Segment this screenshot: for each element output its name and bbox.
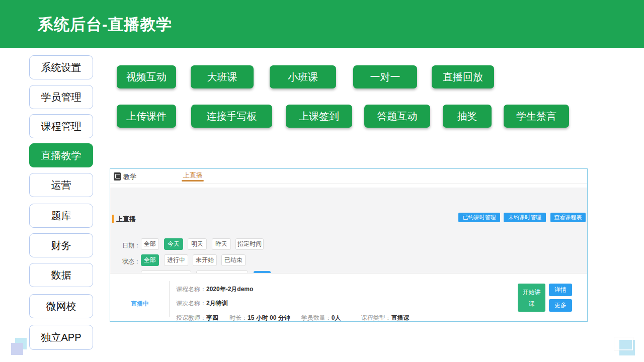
detail-button[interactable]: 详情 — [549, 284, 572, 296]
sidebar-item-data[interactable]: 数据 — [29, 263, 93, 287]
decor-square-lavender-left — [11, 343, 23, 355]
date-filter-label: 日期： — [110, 241, 140, 250]
course-list: 直播中 课程名称：2020年-2月demo 课次名称：2月特训 授课教师：李四时… — [110, 273, 587, 321]
sidebar-item-micro-school[interactable]: 微网校 — [29, 294, 93, 318]
tab-active-underline — [182, 180, 204, 182]
app-header: 系统后台-直播教学 — [0, 0, 644, 48]
status-option-all[interactable]: 全部 — [141, 254, 159, 266]
view-schedule-button[interactable]: 查看课程表 — [550, 213, 586, 222]
course-name-line: 课程名称：2020年-2月demo — [176, 285, 253, 294]
course-meta-line: 授课教师：李四时长：15 小时 00 分钟学员数量：0人课程类型：直播课 — [176, 314, 409, 322]
feature-upload-courseware-button[interactable]: 上传课件 — [117, 105, 176, 128]
feature-one-on-one-button[interactable]: 一对一 — [353, 65, 417, 88]
course-name-label: 课程名称： — [176, 286, 206, 293]
duration-label: 时长： — [229, 314, 248, 321]
date-option-tomorrow[interactable]: 明天 — [188, 238, 207, 250]
sidebar-item-question-bank[interactable]: 题库 — [29, 204, 93, 228]
feature-small-class-button[interactable]: 小班课 — [270, 65, 336, 88]
status-option-not-started[interactable]: 未开始 — [193, 254, 217, 266]
feature-connect-tablet-button[interactable]: 连接手写板 — [191, 105, 272, 128]
screen: 系统后台-直播教学 系统设置 学员管理 课程管理 直播教学 运营 题库 财务 数… — [0, 0, 644, 362]
sidebar-item-operations[interactable]: 运营 — [29, 173, 93, 197]
sidebar-item-system-settings[interactable]: 系统设置 — [29, 55, 93, 79]
students-value: 0人 — [332, 314, 341, 321]
sidebar-item-standalone-app[interactable]: 独立APP — [29, 325, 93, 350]
teaching-board-icon — [114, 172, 121, 180]
course-name-value: 2020年-2月demo — [206, 286, 253, 293]
feature-video-interaction-button[interactable]: 视频互动 — [117, 65, 176, 88]
course-type-value: 直播课 — [391, 314, 409, 321]
start-teaching-button[interactable]: 开始讲课 — [518, 284, 545, 312]
feature-lottery-button[interactable]: 抽奖 — [443, 105, 492, 128]
status-option-ended[interactable]: 已结束 — [221, 254, 246, 266]
lesson-name-value: 2月特训 — [206, 300, 228, 307]
panel-brand-label: 教学 — [123, 172, 136, 182]
date-option-custom-time[interactable]: 指定时间 — [235, 238, 264, 250]
section-accent-bar — [112, 215, 114, 223]
feature-large-class-button[interactable]: 大班课 — [191, 65, 254, 88]
date-option-today[interactable]: 今天 — [164, 238, 183, 250]
live-status-badge: 直播中 — [131, 300, 149, 308]
teacher-value: 李四 — [206, 314, 218, 321]
sidebar-item-live-teaching[interactable]: 直播教学 — [29, 143, 93, 167]
section-title: 上直播 — [116, 215, 136, 224]
course-type-label: 课程类型： — [361, 314, 391, 321]
students-label: 学员数量： — [301, 314, 332, 321]
feature-mute-students-button[interactable]: 学生禁言 — [504, 105, 569, 128]
booked-lessons-button[interactable]: 已约课时管理 — [458, 213, 500, 222]
more-button[interactable]: 更多 — [549, 299, 572, 312]
lesson-name-label: 课次名称： — [176, 300, 206, 307]
page-title: 系统后台-直播教学 — [38, 14, 172, 35]
duration-value: 15 小时 00 分钟 — [248, 314, 290, 321]
row-divider-vertical — [169, 281, 170, 317]
status-option-in-progress[interactable]: 进行中 — [164, 254, 188, 266]
sidebar-item-student-management[interactable]: 学员管理 — [29, 85, 93, 109]
sidebar-item-finance[interactable]: 财务 — [29, 233, 93, 257]
admin-panel: 教学 上直播 上直播 已约课时管理 未约课时管理 查看课程表 日期： 全部 今天… — [110, 168, 588, 322]
teacher-label: 授课教师： — [176, 314, 206, 321]
unbooked-lessons-button[interactable]: 未约课时管理 — [504, 213, 546, 222]
feature-quiz-interaction-button[interactable]: 答题互动 — [364, 105, 430, 128]
date-option-all[interactable]: 全部 — [141, 238, 159, 250]
feature-class-checkin-button[interactable]: 上课签到 — [286, 105, 352, 128]
panel-filter-area: 上直播 已约课时管理 未约课时管理 查看课程表 日期： 全部 今天 明天 昨天 … — [110, 188, 587, 273]
status-filter-label: 状态： — [110, 257, 140, 266]
date-option-yesterday[interactable]: 昨天 — [212, 238, 231, 250]
feature-live-replay-button[interactable]: 直播回放 — [432, 65, 494, 88]
sidebar-item-course-management[interactable]: 课程管理 — [29, 114, 93, 138]
lesson-name-line: 课次名称：2月特训 — [176, 299, 228, 308]
decor-square-outline-right — [614, 337, 633, 350]
